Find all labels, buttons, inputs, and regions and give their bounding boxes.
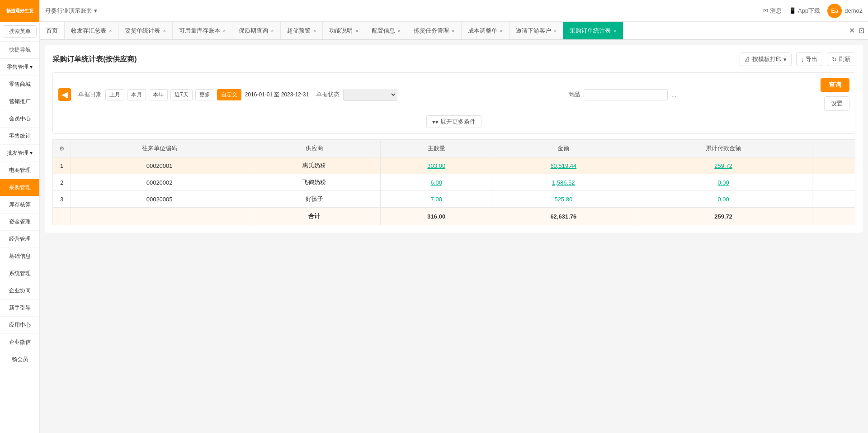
td-code: 00020001 [71,157,248,174]
th-amount: 金额 [492,140,635,157]
td-paid[interactable]: 0.00 [635,174,812,191]
tab-home[interactable]: 首页 [40,22,65,39]
tab-receive-send-label: 收发存汇总表 [71,27,106,35]
query-button[interactable]: 查询 [821,78,849,92]
tab-purchase-order-stats[interactable]: 采购订单统计表 × [563,22,623,39]
custom-date-btn[interactable]: 自定义 [217,89,241,100]
user-menu[interactable]: Ea demo2 [827,4,863,18]
td-qty[interactable]: 6.00 [381,174,492,191]
status-select[interactable] [343,89,397,101]
qty-link[interactable]: 7.00 [431,196,442,203]
tab-close-icon[interactable]: × [355,28,358,33]
tab-close-icon[interactable]: × [109,28,112,33]
sidebar-item-retail-mgmt[interactable]: 零售管理 ▾ [0,59,39,76]
sidebar-item-wechat[interactable]: 企业微信 [0,334,39,351]
last-month-btn[interactable]: 上月 [105,89,124,100]
sidebar-item-marketing[interactable]: 营销推广 [0,93,39,110]
tab-invite[interactable]: 邀请下游客户 × [509,22,563,39]
td-supplier: 惠氏奶粉 [248,157,381,174]
tab-close-icon[interactable]: × [223,28,226,33]
tab-close-icon[interactable]: × [452,28,454,33]
table-row: 1 00020001 惠氏奶粉 303.00 60,519.44 259.72 [53,157,855,174]
td-qty[interactable]: 303.00 [381,157,492,174]
tab-overstock-alert[interactable]: 超储预警 × [281,22,323,39]
tab-close-icon[interactable]: × [500,28,503,33]
sidebar-item-retail-stats[interactable]: 零售统计 [0,128,39,145]
goods-ellipsis[interactable]: ... [671,91,676,98]
tab-function-desc[interactable]: 功能说明 × [323,22,365,39]
sidebar-item-member2[interactable]: 畅会员 [0,351,39,368]
filter-right-actions: 查询 设置 [821,78,849,111]
sidebar-item-basic[interactable]: 基础信息 [0,248,39,265]
amount-link[interactable]: 60,519.44 [550,162,576,169]
td-amount[interactable]: 60,519.44 [492,157,635,174]
paid-link[interactable]: 259.72 [714,162,732,169]
refresh-label: 刷新 [839,55,850,63]
export-label: 导出 [806,55,817,63]
tab-close-active-icon[interactable]: × [613,28,616,33]
filter-toggle-button[interactable]: ◀ [58,88,71,101]
tab-expand-icon[interactable]: ⊡ [859,26,864,35]
app-download-button[interactable]: 📱 App下载 [789,7,820,15]
tab-available-stock[interactable]: 可用量库存账本 × [173,22,232,39]
more-dates-btn[interactable]: 更多 [195,89,214,100]
tab-home-label: 首页 [46,27,58,35]
sidebar-item-inventory[interactable]: 库存核算 [0,196,39,214]
qty-link[interactable]: 303.00 [427,162,445,169]
tab-close-icon[interactable]: × [313,28,316,33]
expand-more-button[interactable]: ▾▾ 展开更多条件 [426,115,481,128]
tab-close-all-icon[interactable]: ✕ [849,26,855,35]
th-paid: 累计付款金额 [635,140,812,157]
sidebar-item-purchase[interactable]: 采购管理 [0,179,39,196]
td-paid[interactable]: 0.00 [635,191,812,208]
tab-close-icon[interactable]: × [271,28,274,33]
tab-close-icon[interactable]: × [163,28,165,33]
sidebar-item-system[interactable]: 系统管理 [0,265,39,282]
print-icon: 🖨 [745,56,750,63]
last-7-days-btn[interactable]: 近7天 [170,89,193,100]
sidebar-item-finance[interactable]: 资金管理 [0,214,39,231]
print-button[interactable]: 🖨 按模板打印 ▾ [740,52,792,66]
sidebar-item-newbie[interactable]: 新手引导 [0,300,39,317]
td-supplier: 好孩子 [248,191,381,208]
status-filter-group: 单据状态 [316,89,561,101]
tab-pickup-task[interactable]: 拣货任务管理 × [407,22,461,39]
topbar-dropdown-icon[interactable]: ▾ [94,7,97,14]
td-amount[interactable]: 525.80 [492,191,635,208]
date-filter-label: 单据日期 [78,90,102,99]
paid-link[interactable]: 0.00 [717,196,729,203]
this-month-btn[interactable]: 本月 [127,89,146,100]
tab-config-info[interactable]: 配置信息 × [365,22,407,39]
sidebar-item-operation[interactable]: 经营管理 [0,231,39,248]
sidebar-item-enterprise[interactable]: 企业协同 [0,282,39,300]
export-button[interactable]: ↓ 导出 [796,52,823,66]
td-no: 1 [53,157,71,174]
tab-purchase-stats[interactable]: 要货单统计表 × [118,22,172,39]
td-amount[interactable]: 1,586.52 [492,174,635,191]
this-year-btn[interactable]: 本年 [149,89,168,100]
settings-button[interactable]: 设置 [824,96,849,111]
sidebar-item-retail-shop[interactable]: 零售商城 [0,76,39,93]
message-button[interactable]: ✉ 消息 [763,7,782,15]
tab-close-icon[interactable]: × [398,28,401,33]
search-button[interactable]: 搜索英单 [3,25,37,38]
sidebar-item-wholesale[interactable]: 批发管理 ▾ [0,145,39,162]
td-qty[interactable]: 7.00 [381,191,492,208]
amount-link[interactable]: 525.80 [554,196,572,203]
qty-link[interactable]: 6.00 [431,179,442,186]
sidebar-item-ecom[interactable]: 电商管理 [0,162,39,179]
td-code: 00020005 [71,191,248,208]
goods-filter-group: 商品 ... [568,89,813,100]
tab-expiry-query[interactable]: 保质期查询 × [232,22,280,39]
goods-input[interactable] [584,89,668,100]
sidebar-item-app-center[interactable]: 应用中心 [0,317,39,334]
refresh-button[interactable]: ↻ 刷新 [827,52,855,66]
tab-close-icon[interactable]: × [554,28,557,33]
sidebar-shortcut[interactable]: 快捷导航 [0,42,39,59]
tab-cost-adjust[interactable]: 成本调整单 × [462,22,509,39]
tab-receive-send[interactable]: 收发存汇总表 × [65,22,118,39]
sidebar-item-member[interactable]: 会员中心 [0,110,39,128]
td-paid[interactable]: 259.72 [635,157,812,174]
paid-link[interactable]: 0.00 [717,179,729,186]
amount-link[interactable]: 1,586.52 [552,179,575,186]
